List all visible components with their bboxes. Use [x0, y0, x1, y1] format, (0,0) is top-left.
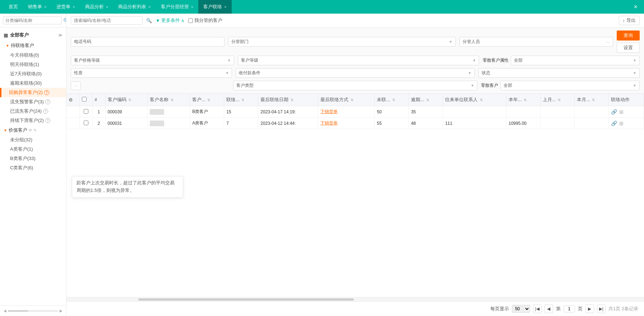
- col-header-this-year[interactable]: 本年... ⇅: [506, 94, 540, 106]
- col-header-no-contact[interactable]: 未联... ⇅: [375, 94, 409, 106]
- nav-sales[interactable]: 销售单 ×: [23, 0, 51, 14]
- nav-sales-close[interactable]: ×: [44, 5, 46, 9]
- nav-customer-tier-close[interactable]: ×: [191, 5, 193, 9]
- refresh-icon[interactable]: ⟳: [29, 128, 32, 133]
- collapse-icon[interactable]: ≫: [58, 33, 62, 38]
- col-header-settings[interactable]: ⚙: [66, 94, 79, 106]
- this-year-sort-icon[interactable]: ⇅: [524, 98, 527, 102]
- page-size-select[interactable]: 50 100 200: [512, 305, 530, 313]
- filter-department[interactable]: 分管部门 ▼: [228, 37, 455, 47]
- sidebar-search-input[interactable]: [3, 16, 62, 24]
- churn-warning-help-icon[interactable]: ?: [45, 99, 50, 104]
- col-header-level[interactable]: 客户... ⇅: [190, 94, 224, 106]
- contact-person-sort-icon[interactable]: ⇅: [480, 98, 483, 102]
- nav-purchase-close[interactable]: ×: [73, 5, 75, 9]
- row-link-icon-1[interactable]: 🔗: [611, 121, 617, 126]
- nav-product-list[interactable]: 商品分析列表 ×: [113, 0, 156, 14]
- row-check-1[interactable]: [79, 118, 92, 129]
- export-button[interactable]: ↑ 导出: [619, 16, 640, 25]
- row-more-icon-1[interactable]: ⊞: [619, 121, 624, 126]
- this-month-sort-icon[interactable]: ⇅: [592, 98, 595, 102]
- filter-scatter-attr-select[interactable]: 全部 ▼: [511, 56, 640, 65]
- filter-manager[interactable]: 分管人员 ···: [459, 37, 613, 47]
- nav-home[interactable]: 首页: [4, 0, 23, 14]
- nav-product-analysis-close[interactable]: ×: [106, 5, 108, 9]
- filter-price-level[interactable]: 客户价格等级 ▼: [71, 56, 234, 65]
- last-date-sort-icon[interactable]: ⇅: [291, 98, 293, 102]
- sidebar-item-7days[interactable]: 近7天待联络(0): [0, 69, 66, 79]
- col-header-contact-count[interactable]: 联络... ⇅: [224, 94, 258, 106]
- filter-search-input[interactable]: [71, 16, 143, 25]
- sidebar-all-customers[interactable]: ▦ 全部客户 ≫: [0, 30, 66, 41]
- nav-purchase[interactable]: 进货单 ×: [51, 0, 80, 14]
- sidebar-item-today[interactable]: 今天待联络(0): [0, 51, 66, 60]
- filter-status[interactable]: 状态 ▼: [478, 68, 640, 78]
- sidebar-group-pending-header[interactable]: ▼ 待联络客户: [0, 41, 66, 51]
- sidebar-item-churned[interactable]: 已流失客户(24) ?: [0, 107, 66, 116]
- col-header-code[interactable]: 客户编码 ⇅: [105, 94, 148, 106]
- sidebar-scroll-right[interactable]: ▶: [60, 309, 62, 313]
- query-button[interactable]: 查询: [617, 30, 640, 41]
- col-header-check[interactable]: [79, 94, 92, 106]
- last-method-sort-icon[interactable]: ⇅: [351, 98, 353, 102]
- filter-payment[interactable]: 收付款条件 ▼: [236, 68, 474, 78]
- sidebar-scroll-left[interactable]: ◀: [4, 309, 6, 313]
- sidebar-item-b-class[interactable]: B类客户(33): [0, 154, 66, 163]
- page-number-input[interactable]: [564, 305, 575, 312]
- set-button[interactable]: 设置: [617, 43, 640, 53]
- col-header-last-month[interactable]: 上月... ⇅: [541, 94, 575, 106]
- abnormal-help-icon[interactable]: ?: [44, 90, 49, 95]
- row-more-icon-0[interactable]: ⊞: [619, 109, 624, 115]
- sidebar-item-declining[interactable]: 持续下滑客户(2) ?: [0, 116, 66, 125]
- row-check-0[interactable]: [79, 106, 92, 118]
- sidebar-item-overdue[interactable]: 逾期未联络(30): [0, 79, 66, 88]
- my-customers-filter[interactable]: 我分管的客户: [188, 17, 222, 24]
- filter-more-dots[interactable]: ···: [71, 81, 81, 90]
- next-page-button[interactable]: ▶: [585, 305, 594, 313]
- sidebar-item-churn-warning[interactable]: 流失预警客户(3) ?: [0, 97, 66, 107]
- filter-customer-level[interactable]: 客户等级 ▼: [238, 56, 479, 65]
- sidebar-group-value-header[interactable]: ▼ 价值客户 ⟳ ✎: [0, 125, 66, 135]
- declining-help-icon[interactable]: ?: [45, 118, 50, 123]
- sidebar-item-ungrouped[interactable]: 未分组(32): [0, 135, 66, 145]
- nav-customer-contact[interactable]: 客户联络 ×: [198, 0, 231, 14]
- overdue-sort-icon[interactable]: ⇅: [426, 98, 429, 102]
- col-header-contact-person[interactable]: 往来单位联系人 ⇅: [443, 94, 506, 106]
- sidebar-item-a-class[interactable]: A类客户(1): [0, 145, 66, 154]
- last-month-sort-icon[interactable]: ⇅: [558, 98, 561, 102]
- first-page-button[interactable]: |◀: [533, 305, 542, 313]
- sidebar-item-c-class[interactable]: C类客户(6): [0, 163, 66, 173]
- col-header-name[interactable]: 客户名称 ⇅: [148, 94, 190, 106]
- level-sort-icon[interactable]: ⇅: [207, 98, 210, 102]
- sidebar-item-tomorrow[interactable]: 明天待联络(1): [0, 60, 66, 69]
- churned-help-icon[interactable]: ?: [43, 109, 48, 114]
- row-link-icon-0[interactable]: 🔗: [611, 109, 617, 115]
- col-header-overdue[interactable]: 逾期... ⇅: [409, 94, 443, 106]
- filter-phone[interactable]: 电话号码: [71, 37, 224, 47]
- nav-product-analysis[interactable]: 商品分析 ×: [80, 0, 113, 14]
- filter-search-button[interactable]: 🔍: [146, 18, 152, 23]
- nav-customer-tier[interactable]: 客户分层经营 ×: [156, 0, 198, 14]
- col-header-last-date[interactable]: 最后联络日期 ⇅: [258, 94, 318, 106]
- name-sort-icon[interactable]: ⇅: [171, 98, 173, 102]
- window-close-button[interactable]: ×: [631, 3, 640, 11]
- col-header-this-month[interactable]: 本月... ⇅: [575, 94, 609, 106]
- horizontal-scrollbar[interactable]: [66, 297, 644, 301]
- sidebar-search-icon[interactable]: 🔍: [63, 18, 66, 23]
- filter-customer-type[interactable]: 客户类型 ▼: [233, 81, 478, 90]
- col-header-last-method[interactable]: 最后联络方式 ⇅: [318, 94, 375, 106]
- select-all-checkbox[interactable]: [82, 97, 87, 102]
- filter-nature[interactable]: 性质 ▼: [71, 68, 232, 78]
- row-last-method-0[interactable]: 下销货单: [318, 106, 375, 118]
- last-page-button[interactable]: ▶|: [597, 305, 606, 313]
- contact-count-sort-icon[interactable]: ⇅: [241, 98, 244, 102]
- edit-group-icon[interactable]: ✎: [33, 128, 37, 133]
- no-contact-sort-icon[interactable]: ⇅: [392, 98, 395, 102]
- my-customers-checkbox[interactable]: [188, 18, 193, 23]
- nav-product-list-close[interactable]: ×: [148, 5, 150, 9]
- prev-page-button[interactable]: ◀: [545, 305, 553, 313]
- sidebar-item-abnormal-repurchase[interactable]: 回购异常客户(2) ?: [0, 88, 66, 97]
- code-sort-icon[interactable]: ⇅: [128, 98, 131, 102]
- nav-customer-contact-close[interactable]: ×: [224, 5, 226, 9]
- manager-dots[interactable]: ···: [606, 39, 610, 44]
